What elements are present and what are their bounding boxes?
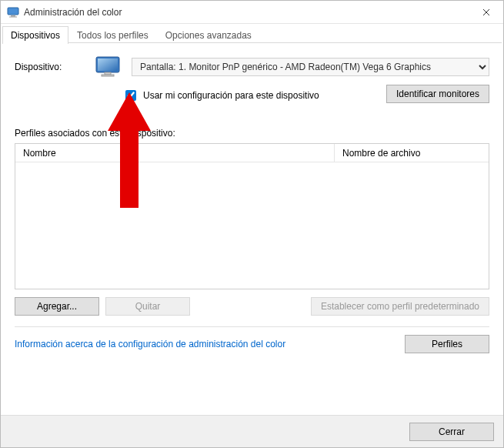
svg-rect-4 xyxy=(98,59,118,71)
tab-strip: Dispositivos Todos los perfiles Opciones… xyxy=(1,24,503,43)
tab-devices[interactable]: Dispositivos xyxy=(2,26,68,44)
close-button[interactable] xyxy=(469,1,503,24)
tab-all-profiles[interactable]: Todos los perfiles xyxy=(68,26,157,44)
table-header: Nombre Nombre de archivo xyxy=(15,144,489,162)
window-title: Administración del color xyxy=(24,7,469,18)
tab-advanced[interactable]: Opciones avanzadas xyxy=(157,26,260,44)
profiles-table[interactable]: Nombre Nombre de archivo xyxy=(15,143,489,289)
monitor-icon xyxy=(95,55,122,79)
remove-button: Quitar xyxy=(105,297,190,316)
use-my-settings-label: Usar mi configuración para este disposit… xyxy=(143,90,319,101)
dialog-footer: Cerrar xyxy=(1,415,503,447)
close-icon xyxy=(482,8,490,16)
profiles-button[interactable]: Perfiles xyxy=(405,335,489,353)
info-link[interactable]: Información acerca de la configuración d… xyxy=(15,339,285,349)
titlebar: Administración del color xyxy=(1,1,503,24)
associated-profiles-label: Perfiles asociados con este dispositivo: xyxy=(15,128,489,139)
profile-buttons-row: Agregar... Quitar Establecer como perfil… xyxy=(15,297,489,316)
device-row: Dispositivo: Pantalla: 1. Monitor PnP ge… xyxy=(15,55,489,79)
svg-rect-2 xyxy=(9,16,17,17)
use-my-settings-checkbox[interactable] xyxy=(125,90,136,101)
identify-monitors-button[interactable]: Identificar monitores xyxy=(386,85,489,103)
column-header-file[interactable]: Nombre de archivo xyxy=(335,144,489,162)
svg-rect-1 xyxy=(11,15,15,17)
app-icon xyxy=(7,6,19,18)
set-default-button: Establecer como perfil predeterminado xyxy=(311,297,489,316)
svg-rect-6 xyxy=(102,75,114,76)
device-label: Dispositivo: xyxy=(15,62,85,72)
svg-rect-0 xyxy=(8,8,18,15)
devices-panel: Dispositivo: Pantalla: 1. Monitor PnP ge… xyxy=(1,43,503,359)
device-select[interactable]: Pantalla: 1. Monitor PnP genérico - AMD … xyxy=(132,58,489,76)
bottom-row: Información acerca de la configuración d… xyxy=(15,335,489,353)
close-dialog-button[interactable]: Cerrar xyxy=(409,423,494,441)
column-header-name[interactable]: Nombre xyxy=(15,144,335,162)
add-button[interactable]: Agregar... xyxy=(15,297,99,316)
separator xyxy=(15,326,489,327)
